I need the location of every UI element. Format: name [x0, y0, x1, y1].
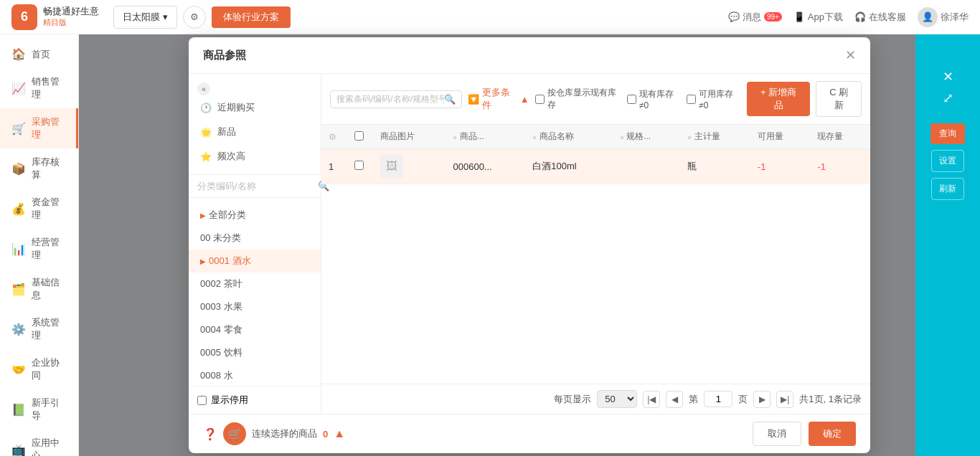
sidebar-item-system[interactable]: ⚙️ 系统管理 — [0, 309, 78, 349]
operation-icon: 📊 — [11, 242, 26, 256]
row-spec — [613, 149, 681, 184]
show-disabled-checkbox[interactable] — [197, 396, 207, 405]
category-fruit[interactable]: 0003 水果 — [189, 295, 321, 318]
enterprise-icon: 🤝 — [11, 363, 26, 376]
product-search-box: 🔍 — [330, 90, 462, 108]
last-page-btn[interactable]: ▶| — [776, 391, 793, 408]
sort-icon-spec: ⬦ — [620, 133, 624, 141]
th-spec[interactable]: ⬦ 规格... — [613, 125, 681, 149]
new-products-tab[interactable]: 🌟 新品 — [189, 120, 321, 144]
row-select-checkbox[interactable] — [354, 161, 364, 170]
logo-icon: 6 — [11, 4, 37, 30]
row-unit: 瓶 — [680, 149, 750, 184]
sidebar-item-operation[interactable]: 📊 经营管理 — [0, 229, 78, 269]
sidebar-item-enterprise[interactable]: 🤝 企业协同 — [0, 349, 78, 389]
nonzero-stock-checkbox-group: 现有库存≠0 — [627, 88, 681, 110]
modal-footer-right: 取消 确定 — [753, 422, 856, 446]
add-product-btn[interactable]: + 新增商品 — [747, 82, 811, 116]
available-stock-checkbox[interactable] — [687, 95, 696, 104]
sort-icon: ⬦ — [453, 133, 457, 141]
recent-purchase-tab[interactable]: 🕐 近期购买 — [189, 95, 321, 120]
more-filters-btn[interactable]: 🔽 更多条件 ▲ — [468, 86, 529, 112]
system-icon: ⚙️ — [11, 323, 26, 336]
store-dropdown[interactable]: 日太阳膜 ▾ — [113, 6, 177, 29]
search-icon[interactable]: 🔍 — [444, 94, 456, 105]
settings-btn[interactable]: 设置 — [931, 150, 964, 172]
sidebar-item-apps[interactable]: 📺 应用中心 — [0, 429, 78, 456]
modal-overlay: 商品参照 ✕ « 🕐 近期购买 — [79, 34, 980, 456]
page-size-select[interactable]: 50 100 200 — [597, 390, 637, 408]
select-all-checkbox[interactable] — [354, 131, 364, 141]
close-icon[interactable]: ✕ — [845, 47, 856, 63]
row-checkbox — [347, 149, 373, 184]
category-drinks[interactable]: 0005 饮料 — [189, 341, 321, 364]
high-frequency-tab[interactable]: ⭐ 频次高 — [189, 144, 321, 168]
row-code: 000600... — [446, 149, 525, 184]
category-snacks[interactable]: 0004 零食 — [189, 318, 321, 341]
prev-page-btn[interactable]: ◀ — [666, 391, 683, 408]
row-available: -1 — [750, 149, 811, 184]
page-summary: 共1页, 1条记录 — [799, 393, 862, 406]
teal-refresh-btn[interactable]: 刷新 — [931, 178, 964, 200]
top-nav: 6 畅捷通好生意 精目版 日太阳膜 ▾ ⚙ 体验行业方案 💬 消息 99+ 📱 … — [0, 0, 980, 34]
trial-btn[interactable]: 体验行业方案 — [212, 6, 291, 28]
th-code[interactable]: ⬦ 商品... — [446, 125, 525, 149]
cart-icon-btn[interactable]: 🛒 — [223, 422, 246, 445]
sales-icon: 📈 — [11, 82, 26, 95]
messages-item[interactable]: 💬 消息 99+ — [728, 11, 782, 24]
th-settings: ⚙ — [321, 125, 347, 149]
modal-header: 商品参照 ✕ — [189, 37, 870, 74]
sidebar-item-sales[interactable]: 📈 销售管理 — [0, 68, 78, 108]
category-list: ▶ 全部分类 00 未分类 ▶ 0001 酒水 0002 茶 — [189, 198, 321, 386]
category-water[interactable]: 0008 水 — [189, 364, 321, 386]
category-search-input[interactable] — [197, 181, 318, 191]
pagination: 每页显示 50 100 200 |◀ ◀ 第 页 ▶ — [321, 384, 870, 414]
category-liquor[interactable]: ▶ 0001 酒水 — [189, 250, 321, 272]
available-stock-checkbox-group: 可用库存≠0 — [687, 88, 740, 110]
product-reference-modal: 商品参照 ✕ « 🕐 近期购买 — [189, 37, 870, 453]
category-tea[interactable]: 0002 茶叶 — [189, 272, 321, 295]
sidebar-item-purchase[interactable]: 🛒 采购管理 — [0, 108, 78, 148]
collapse-btn[interactable]: « — [197, 82, 210, 95]
product-search-input[interactable] — [336, 94, 444, 104]
expand-icon[interactable]: ▲ — [334, 427, 345, 440]
user-profile[interactable]: 👤 徐泽华 — [918, 7, 969, 27]
sidebar-item-finance[interactable]: 💰 资金管理 — [0, 189, 78, 229]
first-page-btn[interactable]: |◀ — [643, 391, 660, 408]
confirm-button[interactable]: 确定 — [809, 422, 856, 446]
cancel-button[interactable]: 取消 — [753, 422, 801, 446]
table-header-row: ⚙ 商品图片 — [321, 125, 870, 149]
category-search-box: 🔍 — [189, 175, 321, 198]
logo-sub: 精目版 — [43, 17, 99, 28]
th-checkbox — [347, 125, 373, 149]
refresh-btn[interactable]: C 刷新 — [816, 81, 862, 117]
page-number-input[interactable] — [704, 391, 732, 407]
online-service-item[interactable]: 🎧 在线客服 — [854, 11, 906, 24]
sidebar-item-guide[interactable]: 📗 新手引导 — [0, 389, 78, 429]
row-name: 白酒100ml — [525, 149, 613, 184]
category-uncategorized[interactable]: 00 未分类 — [189, 227, 321, 250]
settings-gear-icon[interactable]: ⚙ — [329, 132, 336, 142]
guide-icon: 📗 — [11, 403, 26, 417]
sidebar-item-inventory[interactable]: 📦 库存核算 — [0, 148, 78, 189]
help-icon[interactable]: ❓ — [203, 427, 217, 441]
close-teal-icon[interactable]: ✕ — [943, 69, 953, 85]
warehouse-stock-checkbox[interactable] — [535, 95, 545, 104]
table-row[interactable]: 1 🖼 000600... 白酒100ml — [321, 149, 870, 184]
th-unit[interactable]: ⬦ 主计量 — [680, 125, 750, 149]
expand-teal-icon[interactable]: ⤢ — [943, 90, 953, 106]
app-download-item[interactable]: 📱 App下载 — [793, 11, 843, 24]
sort-icon-name: ⬦ — [532, 133, 537, 141]
sidebar-item-basic-info[interactable]: 🗂️ 基础信息 — [0, 269, 78, 309]
next-page-btn[interactable]: ▶ — [753, 391, 771, 408]
category-all[interactable]: ▶ 全部分类 — [189, 204, 321, 227]
chevron-down-icon: ▾ — [163, 11, 168, 22]
product-thumbnail: 🖼 — [380, 155, 403, 178]
query-btn[interactable]: 查询 — [930, 123, 965, 144]
th-name[interactable]: ⬦ 商品名称 — [525, 125, 613, 149]
purchase-icon: 🛒 — [11, 122, 26, 136]
nonzero-stock-checkbox[interactable] — [627, 95, 636, 104]
settings-icon[interactable]: ⚙ — [183, 6, 206, 29]
basic-info-icon: 🗂️ — [11, 282, 26, 296]
sidebar-item-home[interactable]: 🏠 首页 — [0, 40, 78, 68]
